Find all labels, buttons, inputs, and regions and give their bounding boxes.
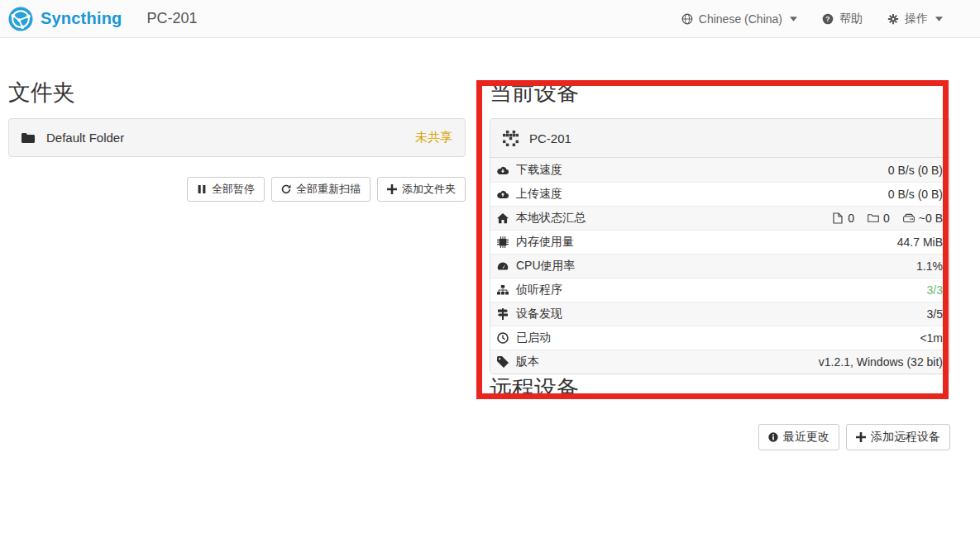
stat-row-version: 版本 v1.2.1, Windows (32 bit) — [490, 350, 949, 374]
stat-row-uptime: 已启动 <1m — [490, 326, 949, 350]
folder-name: Default Folder — [46, 131, 124, 145]
chevron-down-icon — [934, 17, 943, 21]
folder-outline-icon — [868, 212, 879, 224]
stat-row-ram: 内存使用量 44.7 MiB — [490, 230, 949, 254]
folder-row-default[interactable]: Default Folder 未共享 — [8, 118, 466, 157]
this-device-panel: PC-201 下载速度 0 B/s (0 B) — [490, 118, 950, 374]
folder-icon — [22, 132, 35, 144]
this-device-section: 当前设备 PC-201 — [490, 79, 950, 450]
stat-label-text: 已启动 — [516, 331, 551, 345]
folder-status-badge: 未共享 — [415, 130, 452, 145]
add-remote-device-label: 添加远程设备 — [871, 430, 940, 445]
navbar-device-title: PC-201 — [146, 10, 197, 27]
local-files-count: 0 — [848, 212, 854, 225]
info-circle-icon — [768, 432, 778, 442]
folders-heading: 文件夹 — [8, 79, 466, 107]
recent-changes-label: 最近更改 — [783, 430, 829, 445]
stat-label-text: 上传速度 — [516, 187, 562, 202]
help-label: 帮助 — [839, 12, 863, 26]
pause-icon — [197, 184, 207, 194]
rescan-all-button[interactable]: 全部重新扫描 — [271, 177, 370, 202]
chevron-down-icon — [788, 17, 797, 21]
gear-icon — [887, 13, 899, 25]
stat-row-listeners: 侦听程序 3/3 — [490, 278, 949, 302]
stat-value-text: v1.2.1, Windows (32 bit) — [819, 355, 943, 369]
map-signs-icon — [497, 308, 509, 320]
pause-all-button[interactable]: 全部暂停 — [187, 177, 265, 202]
brand-link[interactable]: Syncthing — [8, 7, 122, 31]
device-identicon — [503, 131, 519, 146]
language-label: Chinese (China) — [699, 12, 782, 26]
local-size: ~0 B — [919, 212, 943, 225]
cloud-download-icon — [497, 164, 509, 176]
remote-devices-heading: 远程设备 — [490, 374, 950, 402]
plus-icon — [856, 432, 866, 442]
globe-icon — [681, 13, 693, 25]
device-name: PC-201 — [529, 131, 571, 145]
stat-value-text: 0 B/s (0 B) — [888, 188, 943, 201]
this-device-panel-header[interactable]: PC-201 — [490, 119, 949, 158]
stat-value-text: 44.7 MiB — [897, 236, 943, 249]
actions-label: 操作 — [905, 12, 928, 26]
actions-dropdown[interactable]: 操作 — [887, 12, 943, 26]
tachometer-icon — [497, 260, 509, 272]
stat-label-text: 下载速度 — [516, 163, 562, 178]
cloud-upload-icon — [497, 188, 509, 200]
microchip-icon — [497, 236, 509, 248]
stat-row-local-state: 本地状态汇总 0 — [490, 206, 949, 230]
pause-all-label: 全部暂停 — [212, 182, 255, 197]
brand-name: Syncthing — [41, 9, 122, 28]
stat-row-cpu: CPU使用率 1.1% — [490, 254, 949, 278]
add-folder-button[interactable]: 添加文件夹 — [377, 177, 466, 202]
syncthing-logo-icon — [8, 7, 33, 31]
folders-section: 文件夹 Default Folder 未共享 全部暂停 全部重新扫描 — [8, 79, 466, 202]
stat-value-text: 0 B/s (0 B) — [888, 164, 943, 177]
rescan-all-label: 全部重新扫描 — [296, 182, 361, 197]
plus-icon — [387, 184, 397, 194]
stat-row-download-rate: 下载速度 0 B/s (0 B) — [490, 158, 949, 182]
stat-value-text: 3/3 — [927, 283, 943, 297]
tag-icon — [497, 356, 509, 368]
device-stats-table: 下载速度 0 B/s (0 B) 上传速度 0 B/s (0 B) — [490, 158, 949, 374]
hdd-icon — [903, 212, 915, 224]
home-icon — [497, 212, 509, 224]
refresh-icon — [281, 184, 291, 194]
sitemap-icon — [497, 284, 509, 296]
file-icon — [832, 212, 844, 224]
clock-icon — [497, 332, 509, 344]
stat-value-text: 1.1% — [916, 259, 943, 273]
stat-label-text: CPU使用率 — [516, 259, 576, 274]
stat-label-text: 版本 — [516, 355, 539, 369]
navbar: Syncthing PC-201 Chinese (China) ? — [0, 0, 980, 38]
stat-value-text: 3/5 — [927, 307, 943, 321]
stat-label-text: 侦听程序 — [516, 283, 562, 298]
add-remote-device-button[interactable]: 添加远程设备 — [846, 424, 950, 450]
svg-text:?: ? — [825, 15, 829, 23]
stat-label-text: 本地状态汇总 — [516, 211, 586, 226]
stat-value-text: <1m — [920, 331, 943, 345]
language-dropdown[interactable]: Chinese (China) — [681, 12, 797, 26]
stat-row-upload-rate: 上传速度 0 B/s (0 B) — [490, 182, 949, 206]
help-link[interactable]: ? 帮助 — [822, 12, 863, 26]
stat-row-discovery: 设备发现 3/5 — [490, 302, 949, 326]
stat-label-text: 内存使用量 — [516, 235, 574, 250]
local-folders-count: 0 — [883, 212, 890, 225]
this-device-heading: 当前设备 — [490, 79, 950, 107]
question-circle-icon: ? — [822, 13, 834, 25]
recent-changes-button[interactable]: 最近更改 — [758, 424, 839, 450]
add-folder-label: 添加文件夹 — [402, 182, 456, 197]
stat-label-text: 设备发现 — [516, 307, 562, 321]
